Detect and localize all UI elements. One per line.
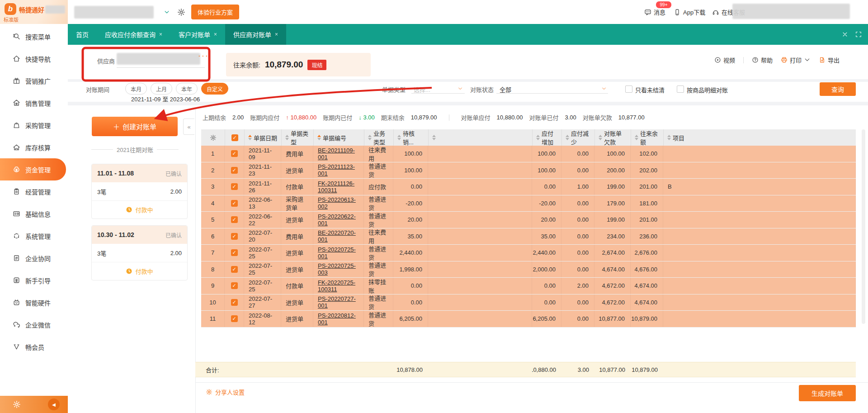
sidebar-item-企业协同[interactable]: 企业协同 [0,247,68,269]
row-checkbox[interactable]: ✓ [231,299,238,306]
column-header-idx[interactable] [201,129,225,146]
doc-number-link[interactable]: PS-20220812-001 [318,312,359,326]
messages-button[interactable]: 消息 [644,8,665,16]
sort-icon[interactable] [599,135,602,140]
statement-card[interactable]: 10.30 - 11.02已确认3笔2.00付款中 [91,225,188,280]
sort-icon[interactable] [397,135,401,140]
column-header-单据日期[interactable]: 单据日期 [244,129,281,146]
sidebar-item-智能硬件[interactable]: 智能硬件 [0,291,68,313]
doc-number-link[interactable]: BE-20220720-001 [318,229,359,243]
tab-close-icon[interactable]: × [275,31,278,38]
column-header-业务类型[interactable]: 业务类型 [364,129,393,146]
tab-首页[interactable]: 首页 [68,24,97,45]
tab-客户对账单[interactable]: 客户对账单× [170,24,225,45]
sidebar-item-基础信息[interactable]: 基础信息 [0,203,68,225]
doc-number-link[interactable]: BE-20211109-001 [318,147,359,161]
sort-icon[interactable] [432,135,436,140]
column-header-待核销...[interactable]: 待核销... [393,129,428,146]
collapse-sidebar-button[interactable]: ◀ [48,399,60,410]
create-statement-button[interactable]: ＋创建对账单 [92,117,178,136]
help-button[interactable]: 帮助 [752,56,773,64]
column-header-应付增加[interactable]: 应付增加 [532,129,561,146]
doc-number-link[interactable]: PS-20211123-001 [318,163,359,177]
doc-number-link[interactable]: PS-20220725-003 [318,262,359,276]
by-product-checkbox-label[interactable]: 按商品明细对账 [687,85,728,94]
card-state[interactable]: 付款中 [92,201,187,218]
fullscreen-icon[interactable] [855,31,862,38]
collapse-panel-button[interactable]: « [183,119,194,135]
gear-icon[interactable] [177,8,185,16]
column-header-spacer[interactable] [428,129,532,146]
statement-card[interactable]: 11.01 - 11.08已确认3笔2.00付款中 [91,164,188,219]
sidebar-item-销售管理[interactable]: 销售管理 [0,92,68,114]
supplier-name-blur[interactable] [117,53,200,65]
sort-icon[interactable] [248,135,252,140]
doc-number-link[interactable]: PS-20220725-001 [318,246,359,260]
sort-icon[interactable] [667,135,671,140]
row-checkbox[interactable]: ✓ [231,216,238,223]
row-checkbox[interactable]: ✓ [231,183,238,190]
unsettled-checkbox-label[interactable]: 只看未结清 [635,85,665,94]
sidebar-item-库存核算[interactable]: 库存核算 [0,136,68,158]
close-icon[interactable] [842,31,848,38]
chevron-down-icon[interactable] [601,86,607,91]
tab-供应商对账单[interactable]: 供应商对账单× [225,24,286,45]
sort-icon[interactable] [566,135,569,140]
sidebar-item-经营管理[interactable]: 经营管理 [0,180,68,203]
sidebar-item-畅会员[interactable]: 畅会员 [0,336,68,358]
doc-number-link[interactable]: PS-20220727-001 [318,295,359,309]
row-checkbox[interactable]: ✓ [231,315,238,322]
chevron-down-icon[interactable] [164,9,170,15]
org-name-blur[interactable] [74,6,154,19]
sort-icon[interactable] [635,135,638,140]
sidebar-item-企业微信[interactable]: 企业微信 [0,313,68,336]
column-header-单据编号[interactable]: 单据编号 [313,129,364,146]
query-button[interactable]: 查询 [820,82,856,96]
scrollbar[interactable] [862,129,865,324]
column-header-check[interactable]: ✓ [225,129,244,146]
card-state[interactable]: 付款中 [92,262,187,280]
export-button[interactable]: 导出 [819,56,840,64]
sidebar-item-新手引导[interactable]: 新手引导 [0,269,68,291]
column-header-往来余额[interactable]: 往来余额 [631,129,663,146]
row-checkbox[interactable]: ✓ [231,150,238,157]
period-pill-本年[interactable]: 本年 [176,83,198,95]
doc-number-link[interactable]: FK-20211126-100311 [318,180,359,194]
column-header-项目[interactable]: 项目 [663,129,856,146]
sort-icon[interactable] [368,135,372,140]
gear-icon[interactable] [210,134,217,141]
period-pill-上月[interactable]: 上月 [151,83,172,95]
column-header-单据类型[interactable]: 单据类型 [281,129,313,146]
period-pill-自定义[interactable]: 自定义 [201,83,228,95]
doc-number-link[interactable]: PS-20220622-001 [318,213,359,227]
app-download-button[interactable]: App下载 [674,8,705,16]
print-button[interactable]: 打印 [781,56,811,64]
sidebar-item-资金管理[interactable]: 资金管理 [0,158,66,180]
tab-应收应付余额查询[interactable]: 应收应付余额查询× [97,24,170,45]
chevron-down-icon[interactable] [458,86,463,91]
sort-icon[interactable] [536,135,540,140]
row-checkbox[interactable]: ✓ [231,249,238,256]
tab-close-icon[interactable]: × [159,31,162,38]
doc-number-link[interactable]: FK-20220725-100311 [318,279,359,293]
trial-plan-button[interactable]: 体验行业方案 [191,5,239,19]
sort-icon[interactable] [317,135,321,140]
row-checkbox[interactable]: ✓ [231,282,238,289]
sort-icon[interactable] [285,135,289,140]
status-select[interactable]: 全部 [500,85,511,94]
column-header-对账单欠款[interactable]: 对账单欠款 [594,129,631,146]
row-checkbox[interactable]: ✓ [231,233,238,240]
row-checkbox[interactable]: ✓ [231,200,238,207]
share-settings-button[interactable]: 分享人设置 [206,388,245,396]
supplier-more-button[interactable]: ··· [198,51,209,61]
select-all-checkbox[interactable]: ✓ [231,134,238,141]
sidebar-item-营销推广[interactable]: 营销推广 [0,70,68,92]
video-button[interactable]: 视频 [714,56,735,64]
tab-close-icon[interactable]: × [214,31,217,38]
period-pill-本月[interactable]: 本月 [125,83,147,95]
gear-icon[interactable] [13,400,21,408]
sidebar-item-搜索菜单[interactable]: 搜索菜单 [0,25,68,47]
sidebar-item-系统管理[interactable]: 系统管理 [0,225,68,247]
row-checkbox[interactable]: ✓ [231,266,238,273]
doc-number-link[interactable]: PS-20220613-002 [318,196,359,210]
